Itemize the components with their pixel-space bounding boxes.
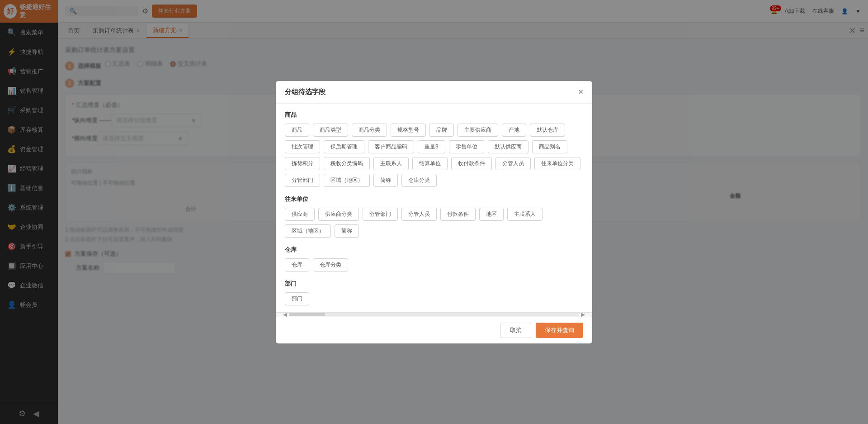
field-tag-0-5[interactable]: 主要供应商 <box>458 124 498 137</box>
field-tag-1-8[interactable]: 简称 <box>335 224 359 238</box>
field-tag-0-24[interactable]: 简称 <box>373 174 398 187</box>
field-tag-0-8[interactable]: 批次管理 <box>285 140 320 153</box>
section-title-2: 仓库 <box>285 246 583 254</box>
field-tag-0-6[interactable]: 产地 <box>502 124 526 137</box>
modal-title: 分组待选字段 <box>285 88 326 96</box>
field-tag-0-21[interactable]: 往来单位分类 <box>534 157 580 170</box>
modal-body: 商品商品商品类型商品分类规格型号品牌主要供应商产地默认仓库批次管理保质期管理客户… <box>276 104 592 312</box>
field-tag-0-25[interactable]: 仓库分类 <box>401 174 437 187</box>
field-tag-1-0[interactable]: 供应商 <box>285 208 315 221</box>
field-tag-0-22[interactable]: 分管部门 <box>285 174 320 187</box>
field-tag-0-3[interactable]: 规格型号 <box>391 124 426 137</box>
cancel-button[interactable]: 取消 <box>500 323 531 338</box>
field-tag-0-2[interactable]: 商品分类 <box>352 124 387 137</box>
field-tag-0-23[interactable]: 区域（地区） <box>324 174 370 187</box>
field-tag-0-14[interactable]: 商品别名 <box>532 140 567 153</box>
field-tag-2-0[interactable]: 仓库 <box>285 258 309 272</box>
field-tag-0-19[interactable]: 收付款条件 <box>451 157 492 170</box>
field-tags-1: 供应商供应商分类分管部门分管人员付款条件地区主联系人区域（地区）简称 <box>285 208 583 238</box>
field-tag-0-7[interactable]: 默认仓库 <box>530 124 565 137</box>
field-tag-0-10[interactable]: 客户商品编码 <box>368 140 414 153</box>
field-tag-1-4[interactable]: 付款条件 <box>440 208 476 221</box>
field-tag-0-16[interactable]: 税收分类编码 <box>324 157 370 170</box>
modal-hscroll[interactable]: ◀ ▶ <box>276 312 592 317</box>
section-title-1: 往来单位 <box>285 195 583 203</box>
section-title-3: 部门 <box>285 280 583 288</box>
field-section-0: 商品商品商品类型商品分类规格型号品牌主要供应商产地默认仓库批次管理保质期管理客户… <box>285 111 583 187</box>
modal-close-btn[interactable]: × <box>578 87 583 97</box>
section-title-0: 商品 <box>285 111 583 119</box>
field-tag-0-0[interactable]: 商品 <box>285 124 309 137</box>
field-tag-1-3[interactable]: 分管人员 <box>401 208 437 221</box>
field-tag-0-17[interactable]: 主联系人 <box>373 157 409 170</box>
field-tag-2-1[interactable]: 仓库分类 <box>313 258 348 272</box>
field-tag-1-1[interactable]: 供应商分类 <box>318 208 359 221</box>
field-tag-0-15[interactable]: 拣货积分 <box>285 157 320 170</box>
field-tag-1-2[interactable]: 分管部门 <box>363 208 398 221</box>
field-section-3: 部门部门 <box>285 280 583 305</box>
field-tag-0-20[interactable]: 分管人员 <box>495 157 531 170</box>
hscroll-track <box>289 313 579 316</box>
modal-header: 分组待选字段 × <box>276 81 592 104</box>
field-tag-1-5[interactable]: 地区 <box>479 208 504 221</box>
field-tag-0-13[interactable]: 默认供应商 <box>488 140 528 153</box>
field-tag-1-6[interactable]: 主联系人 <box>507 208 542 221</box>
field-tag-0-9[interactable]: 保质期管理 <box>324 140 364 153</box>
field-tag-0-1[interactable]: 商品类型 <box>313 124 348 137</box>
field-tag-0-18[interactable]: 结算单位 <box>412 157 448 170</box>
hscroll-thumb[interactable] <box>289 313 325 316</box>
field-tag-0-11[interactable]: 重量3 <box>418 140 445 153</box>
field-tag-1-7[interactable]: 区域（地区） <box>285 224 331 238</box>
field-section-1: 往来单位供应商供应商分类分管部门分管人员付款条件地区主联系人区域（地区）简称 <box>285 195 583 238</box>
modal-footer: 取消 保存并查询 <box>276 317 592 343</box>
confirm-button[interactable]: 保存并查询 <box>536 323 583 338</box>
field-tag-3-0[interactable]: 部门 <box>285 292 309 305</box>
modal-dialog: 分组待选字段 × 商品商品商品类型商品分类规格型号品牌主要供应商产地默认仓库批次… <box>276 81 592 343</box>
field-tag-0-12[interactable]: 零售单位 <box>449 140 484 153</box>
field-tags-2: 仓库仓库分类 <box>285 258 583 272</box>
field-tag-0-4[interactable]: 品牌 <box>429 124 454 137</box>
field-section-2: 仓库仓库仓库分类 <box>285 246 583 272</box>
modal-overlay: 分组待选字段 × 商品商品商品类型商品分类规格型号品牌主要供应商产地默认仓库批次… <box>0 0 868 424</box>
field-tags-0: 商品商品类型商品分类规格型号品牌主要供应商产地默认仓库批次管理保质期管理客户商品… <box>285 124 583 187</box>
field-tags-3: 部门 <box>285 292 583 305</box>
